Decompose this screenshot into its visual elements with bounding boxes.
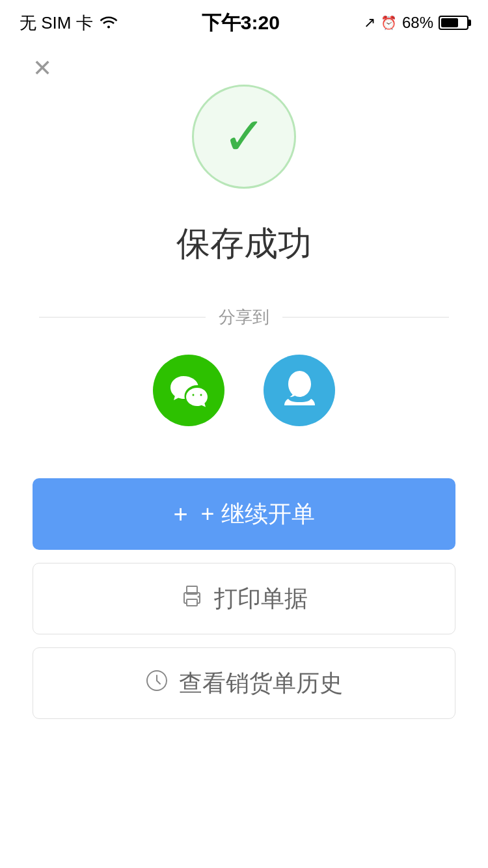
action-buttons: + + 继续开单 打印单据 查看销货单历	[0, 478, 488, 719]
share-section: 分享到	[0, 306, 488, 426]
qq-icon	[282, 370, 318, 412]
carrier-text: 无 SIM 卡	[20, 12, 93, 34]
wechat-share-button[interactable]	[153, 355, 224, 426]
checkmark-icon: ✓	[223, 111, 266, 163]
status-right: ↗ ⏰ 68%	[364, 14, 468, 32]
continue-label: + 继续开单	[201, 498, 315, 530]
success-icon-circle: ✓	[192, 85, 296, 189]
share-label: 分享到	[206, 306, 282, 329]
print-button[interactable]: 打印单据	[33, 563, 455, 634]
main-content: ✓ 保存成功 分享到	[0, 46, 488, 719]
history-button[interactable]: 查看销货单历史	[33, 647, 455, 719]
svg-point-5	[198, 595, 200, 597]
continue-plus-icon: +	[173, 500, 187, 528]
history-icon	[145, 669, 169, 698]
share-divider-row: 分享到	[0, 306, 488, 329]
close-button[interactable]: ✕	[26, 52, 59, 85]
history-label: 查看销货单历史	[179, 668, 343, 699]
location-icon: ↗	[364, 14, 375, 31]
divider-line-right	[282, 317, 449, 318]
wechat-icon	[169, 373, 208, 407]
print-label: 打印单据	[214, 583, 308, 615]
wifi-icon	[100, 13, 118, 33]
battery-percent: 68%	[402, 14, 433, 32]
svg-point-1	[303, 381, 306, 385]
print-icon	[180, 585, 204, 613]
status-left: 无 SIM 卡	[20, 12, 118, 34]
status-bar: 无 SIM 卡 下午3:20 ↗ ⏰ 68%	[0, 0, 488, 46]
share-icons-row	[153, 355, 335, 426]
success-title: 保存成功	[176, 221, 312, 267]
alarm-icon: ⏰	[381, 15, 397, 31]
qq-share-button[interactable]	[264, 355, 335, 426]
status-time: 下午3:20	[202, 10, 280, 36]
divider-line-left	[39, 317, 206, 318]
close-icon: ✕	[33, 57, 52, 80]
svg-point-0	[293, 381, 296, 385]
svg-rect-4	[187, 599, 197, 606]
battery-indicator	[439, 16, 468, 30]
continue-button[interactable]: + + 继续开单	[33, 478, 455, 550]
